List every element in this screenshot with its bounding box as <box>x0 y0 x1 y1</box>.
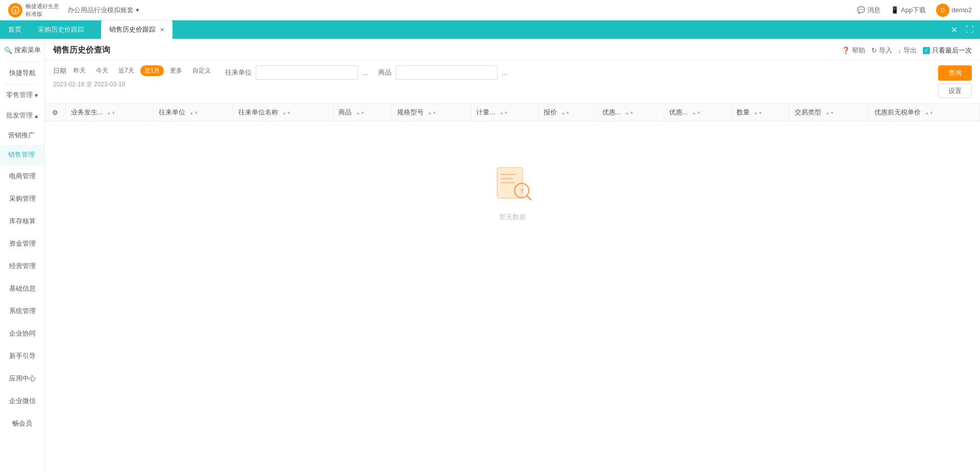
main-layout: 🔍 搜索菜单 快捷导航 零售管理 ▾ 批发管理 ▴ 营销推广 销售管理 电商管理… <box>0 39 980 472</box>
partner-lookup-button[interactable]: ... <box>362 68 368 77</box>
col-spec: 规格型号 ▲▼ <box>391 104 471 122</box>
sidebar-item-app-center[interactable]: 应用中心 <box>0 367 44 390</box>
sort-product[interactable]: ▲▼ <box>356 110 365 115</box>
logo-area: 6 畅捷通好生意 标准版 <box>8 3 59 17</box>
company-name: 办公用品行业模拟账套 <box>67 6 134 15</box>
data-table: ⚙ 业务发生... ▲▼ 往来单位 ▲▼ 往来单位名称 <box>45 104 980 122</box>
sort-biz-date[interactable]: ▲▼ <box>107 110 116 115</box>
table-header: ⚙ 业务发生... ▲▼ 往来单位 ▲▼ 往来单位名称 <box>45 104 980 122</box>
product-input[interactable] <box>396 65 498 80</box>
col-partner-name: 往来单位名称 ▲▼ <box>233 104 333 122</box>
partner-input[interactable] <box>256 65 358 80</box>
help-button[interactable]: ❓ 帮助 <box>842 46 865 55</box>
filter-action-group: 查询 设置 <box>938 65 972 98</box>
sort-partner-name[interactable]: ▲▼ <box>282 110 291 115</box>
col-trade-type: 交易类型 ▲▼ <box>790 104 869 122</box>
sort-quote[interactable]: ▲▼ <box>561 110 570 115</box>
sort-unit[interactable]: ▲▼ <box>499 110 508 115</box>
sidebar-item-basic-info[interactable]: 基础信息 <box>0 277 44 300</box>
content-area: 销售历史价查询 ❓ 帮助 ↻ 导入 ↓ 导出 ✓ <box>45 39 980 472</box>
sidebar-item-guide[interactable]: 新手引导 <box>0 345 44 367</box>
sidebar-item-inventory[interactable]: 库存核算 <box>0 210 44 232</box>
search-icon: 🔍 <box>4 46 12 54</box>
sort-qty[interactable]: ▲▼ <box>753 110 763 115</box>
app-download-button[interactable]: 📱 App下载 <box>891 6 926 15</box>
sidebar-item-sales-mgmt[interactable]: 销售管理 <box>0 145 44 164</box>
date-btn-1month[interactable]: 近1月 <box>140 65 164 76</box>
tab-sales-history[interactable]: 销售历史价跟踪 ✕ <box>101 20 173 39</box>
tab-close-all-button[interactable]: ✕ <box>949 23 960 37</box>
date-filter-label: 日期 <box>53 66 66 76</box>
download-icon: 📱 <box>891 6 899 14</box>
sidebar-item-retail[interactable]: 零售管理 ▾ <box>0 85 44 105</box>
sort-discount1[interactable]: ▲▼ <box>625 110 634 115</box>
col-product: 商品 ▲▼ <box>333 104 391 122</box>
date-filter-group: 日期 昨天 今天 近7天 近1月 更多 自定义 2023-02-18 至 202… <box>53 65 215 89</box>
tab-bar: 首页 采购历史价跟踪 ✕ 销售历史价跟踪 ✕ ✕ ⛶ <box>0 20 980 39</box>
col-biz-date: 业务发生... ▲▼ <box>65 104 154 122</box>
product-lookup-button[interactable]: ... <box>502 68 508 77</box>
date-btn-more[interactable]: 更多 <box>166 65 186 76</box>
sidebar: 🔍 搜索菜单 快捷导航 零售管理 ▾ 批发管理 ▴ 营销推广 销售管理 电商管理… <box>0 39 45 472</box>
col-partner-code: 往来单位 ▲▼ <box>154 104 233 122</box>
page-content: 销售历史价查询 ❓ 帮助 ↻ 导入 ↓ 导出 ✓ <box>45 39 980 472</box>
sidebar-item-enterprise[interactable]: 企业协同 <box>0 322 44 345</box>
page-header: 销售历史价查询 ❓ 帮助 ↻ 导入 ↓ 导出 ✓ <box>45 39 980 60</box>
chevron-down-icon: ▾ <box>136 6 139 14</box>
sidebar-item-system[interactable]: 系统管理 <box>0 300 44 322</box>
settings-icon[interactable]: ⚙ <box>52 109 58 116</box>
sidebar-item-marketing[interactable]: 营销推广 <box>0 126 44 145</box>
header-right: 💬 消息 📱 App下载 D demo2 <box>857 4 972 17</box>
col-pretax-price: 优惠前无税单价 ▲▼ <box>869 104 979 122</box>
company-dropdown[interactable]: 办公用品行业模拟账套 ▾ <box>63 6 143 15</box>
sidebar-item-search[interactable]: 🔍 搜索菜单 <box>0 39 44 61</box>
sort-pretax-price[interactable]: ▲▼ <box>924 110 934 115</box>
header-left: 6 畅捷通好生意 标准版 办公用品行业模拟账套 ▾ <box>8 3 143 17</box>
user-profile[interactable]: D demo2 <box>936 4 972 17</box>
only-last-checkbox-label[interactable]: ✓ 只看最后一次 <box>923 46 972 55</box>
sidebar-item-member[interactable]: 畅会员 <box>0 412 44 435</box>
app-logo-icon: 6 <box>8 3 22 17</box>
settings-button[interactable]: 设置 <box>938 84 972 98</box>
tab-purchase-history[interactable]: 采购历史价跟踪 ✕ <box>30 20 101 39</box>
logo-text: 畅捷通好生意 标准版 <box>26 3 59 17</box>
sort-discount2[interactable]: ▲▼ <box>692 110 701 115</box>
sidebar-item-quick-nav[interactable]: 快捷导航 <box>0 62 44 84</box>
sidebar-item-wholesale[interactable]: 批发管理 ▴ <box>0 105 44 126</box>
partner-filter-group: 往来单位 ... <box>225 65 368 80</box>
filter-bar: 日期 昨天 今天 近7天 近1月 更多 自定义 2023-02-18 至 202… <box>45 60 980 104</box>
tab-home[interactable]: 首页 <box>0 20 30 39</box>
tab-right-actions: ✕ ⛶ <box>949 23 980 37</box>
only-last-checkbox[interactable]: ✓ <box>923 47 930 54</box>
sidebar-item-wechat[interactable]: 企业微信 <box>0 390 44 412</box>
sort-partner-code[interactable]: ▲▼ <box>189 110 199 115</box>
svg-rect-3 <box>501 174 516 175</box>
date-btn-custom[interactable]: 自定义 <box>188 65 215 76</box>
date-btn-today[interactable]: 今天 <box>92 65 112 76</box>
tab-sales-history-close[interactable]: ✕ <box>160 27 164 33</box>
import-button[interactable]: ↻ 导入 <box>871 46 892 55</box>
empty-illustration: ? <box>487 162 538 208</box>
chevron-up-icon: ▴ <box>35 112 38 120</box>
sidebar-item-ecommerce[interactable]: 电商管理 <box>0 165 44 187</box>
date-range-text: 2023-02-18 至 2023-03-18 <box>53 80 215 89</box>
sidebar-item-finance[interactable]: 资金管理 <box>0 232 44 255</box>
export-icon: ↓ <box>898 46 902 54</box>
top-header: 6 畅捷通好生意 标准版 办公用品行业模拟账套 ▾ 💬 消息 📱 App下载 D… <box>0 0 980 20</box>
sort-trade-type[interactable]: ▲▼ <box>825 110 835 115</box>
sidebar-item-purchase[interactable]: 采购管理 <box>0 187 44 210</box>
export-button[interactable]: ↓ 导出 <box>898 46 917 55</box>
svg-line-8 <box>527 196 531 200</box>
tab-fullscreen-button[interactable]: ⛶ <box>964 23 976 36</box>
date-btn-yesterday[interactable]: 昨天 <box>69 65 90 76</box>
col-qty: 数量 ▲▼ <box>731 104 789 122</box>
message-button[interactable]: 💬 消息 <box>857 6 880 15</box>
sort-spec[interactable]: ▲▼ <box>427 110 436 115</box>
date-btn-7days[interactable]: 近7天 <box>114 65 138 76</box>
svg-text:6: 6 <box>14 8 16 13</box>
message-icon: 💬 <box>857 6 865 14</box>
query-button[interactable]: 查询 <box>938 65 972 81</box>
sidebar-item-operations[interactable]: 经营管理 <box>0 255 44 277</box>
tab-purchase-history-close[interactable]: ✕ <box>88 27 93 33</box>
col-quote: 报价 ▲▼ <box>538 104 597 122</box>
